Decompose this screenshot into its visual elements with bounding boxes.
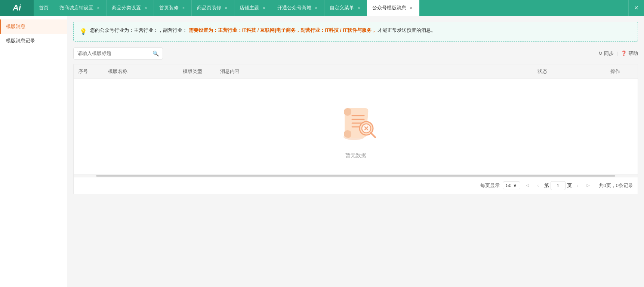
pagination: 每页显示 50 ∨ ⊲ ‹ 第 页 › ⊳ 共0页，0条记录 [74,177,638,194]
sidebar-item-template-msg-record[interactable]: 模版消息记录 [0,34,67,48]
nav-tab-close[interactable]: × [314,5,319,10]
nav-tab-template-msg[interactable]: 公众号模版消息× [367,0,419,16]
page-input[interactable] [551,181,566,190]
divider: | [617,51,618,56]
last-page-button[interactable]: ⊳ [584,181,593,190]
nav-tab-close[interactable]: × [224,5,229,10]
th-content: 消息内容 [216,64,533,79]
nav-tab-close[interactable]: × [181,5,186,10]
empty-state: 暂无数据 [74,79,638,174]
nav-tab-label: 店铺主题 [240,4,259,11]
nav-tab-home-decor[interactable]: 首页装修× [154,0,192,16]
nav-tabs: 首页微商城店铺设置×商品分类设置×首页装修×商品页装修×店铺主题×开通公众号商城… [34,0,628,16]
nav-tab-category[interactable]: 商品分类设置× [107,0,154,16]
next-page-button[interactable]: › [573,181,582,190]
empty-text: 暂无数据 [345,152,366,159]
nav-tab-close[interactable]: × [261,5,266,10]
horizontal-scrollbar[interactable] [74,174,638,177]
top-nav: Ai 首页微商城店铺设置×商品分类设置×首页装修×商品页装修×店铺主题×开通公众… [0,0,644,16]
page-nav: ⊲ ‹ 第 页 › ⊳ [523,181,593,190]
nav-tab-custom-menu[interactable]: 自定义菜单× [324,0,367,16]
page-size-value: 50 [506,183,511,188]
page-label-post: 页 [567,182,572,189]
th-action: 操作 [593,64,638,79]
th-seq: 序号 [74,64,104,79]
page-size-select[interactable]: 50 ∨ [503,181,520,189]
empty-icon [333,101,378,146]
th-type: 模版类型 [178,64,216,79]
scrollbar-track [96,175,615,177]
search-actions: ↻ 同步 | ❓ 帮助 [598,50,638,57]
close-all-button[interactable]: × [628,0,644,16]
nav-tab-label: 开通公众号商城 [277,4,311,11]
help-button[interactable]: ❓ 帮助 [621,50,638,57]
nav-tab-label: 商品页装修 [197,4,221,11]
info-banner-highlight: 需要设置为：主营行业：IT科技 / 互联网|电子商务，副营行业：IT科技 / I… [189,27,376,33]
svg-line-9 [371,133,375,137]
search-input-wrap[interactable]: 🔍 [73,48,163,59]
prev-page-button[interactable]: ‹ [534,181,543,190]
nav-tab-home[interactable]: 首页 [34,0,54,16]
nav-tab-label: 公众号模版消息 [372,4,406,11]
nav-tab-close[interactable]: × [143,5,148,10]
nav-tab-label: 微商城店铺设置 [59,4,93,11]
info-banner-text: 您的公众号行业为：主营行业：，副营行业： 需要设置为：主营行业：IT科技 / 互… [90,27,436,34]
th-status: 状态 [533,64,593,79]
info-banner: 💡 您的公众号行业为：主营行业：，副营行业： 需要设置为：主营行业：IT科技 /… [73,22,638,42]
first-page-button[interactable]: ⊲ [523,181,532,190]
sidebar: 模版消息模版消息记录 [0,16,67,287]
nav-tab-product-decor[interactable]: 商品页装修× [192,0,234,16]
nav-tab-label: 首页 [39,4,49,11]
help-label: 帮助 [628,50,638,57]
nav-tab-shop-theme[interactable]: 店铺主题× [234,0,272,16]
table-header: 序号 模版名称 模版类型 消息内容 状态 操作 [74,64,638,79]
th-name: 模版名称 [104,64,178,79]
nav-tab-label: 自定义菜单 [330,4,354,11]
sync-label: 同步 [604,50,614,57]
app-logo: Ai [0,0,34,16]
content-area: 💡 您的公众号行业为：主营行业：，副营行业： 需要设置为：主营行业：IT科技 /… [67,16,644,287]
nav-tab-close[interactable]: × [96,5,101,10]
search-icon[interactable]: 🔍 [152,51,159,57]
sync-icon: ↻ [598,51,603,56]
total-info: 共0页，0条记录 [599,182,633,189]
nav-tab-label: 商品分类设置 [112,4,141,11]
sync-button[interactable]: ↻ 同步 [598,50,614,57]
page-size-label: 每页显示 [480,182,500,189]
chevron-down-icon: ∨ [513,183,517,188]
nav-tab-close[interactable]: × [409,5,414,10]
search-bar: 🔍 ↻ 同步 | ❓ 帮助 [73,48,638,59]
nav-tab-wechat-shop[interactable]: 微商城店铺设置× [54,0,107,16]
sidebar-item-template-msg[interactable]: 模版消息 [0,19,67,34]
bulb-icon: 💡 [80,27,87,37]
help-icon: ❓ [621,51,627,56]
nav-tab-open-mall[interactable]: 开通公众号商城× [272,0,324,16]
main-layout: 模版消息模版消息记录 💡 您的公众号行业为：主营行业：，副营行业： 需要设置为：… [0,16,644,287]
page-label-pre: 第 [544,182,549,189]
nav-tab-label: 首页装修 [159,4,179,11]
nav-tab-close[interactable]: × [356,5,361,10]
data-table: 序号 模版名称 模版类型 消息内容 状态 操作 [73,64,638,194]
search-input[interactable] [77,51,152,56]
